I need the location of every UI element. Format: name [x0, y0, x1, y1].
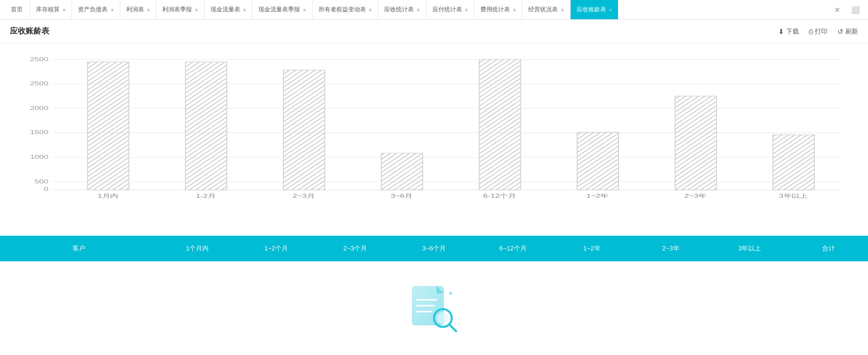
svg-text:0: 0: [44, 186, 48, 192]
svg-point-29: [437, 312, 449, 324]
header-actions: ⬇ 下载 ⎙ 打印 ↺ 刷新: [778, 27, 858, 36]
bar-1month: [87, 62, 129, 190]
bar-6-12month: [479, 59, 521, 190]
bar-2-3month: [284, 70, 325, 190]
close-tab-ar-stat[interactable]: ×: [417, 7, 420, 13]
header-3-6month: 3~6个月: [395, 244, 473, 253]
bar-chart: 2500 2500 2000 1500 1000 500 0 1月内 1-2月: [20, 53, 848, 201]
print-button[interactable]: ⎙ 打印: [809, 27, 828, 36]
header-6-12month: 6~12个月: [473, 244, 552, 253]
svg-text:2~3年: 2~3年: [685, 192, 707, 199]
tab-cashflow-q[interactable]: 现金流量表季报 ×: [253, 0, 312, 20]
svg-text:500: 500: [35, 178, 48, 184]
header-3plus-year: 3年以上: [710, 244, 789, 253]
svg-text:3年以上: 3年以上: [779, 192, 808, 199]
tab-ap-stat[interactable]: 应付统计表 ×: [427, 0, 474, 20]
tab-home[interactable]: 首页: [4, 0, 30, 20]
tab-expense[interactable]: 费用统计表 ×: [474, 0, 522, 20]
tab-profit[interactable]: 利润表 ×: [120, 0, 156, 20]
tab-balance[interactable]: 资产负债表 ×: [72, 0, 120, 20]
refresh-icon: ↺: [837, 28, 843, 36]
close-tab-ar-aging[interactable]: ×: [609, 7, 612, 13]
svg-text:✦: ✦: [448, 289, 454, 297]
tab-equity[interactable]: 所有者权益变动表 ×: [313, 0, 378, 20]
print-label: 打印: [815, 27, 828, 36]
page-header: 应收账龄表 ⬇ 下载 ⎙ 打印 ↺ 刷新: [0, 20, 868, 43]
header-customer: 客户: [0, 244, 158, 253]
svg-line-30: [449, 324, 456, 331]
refresh-button[interactable]: ↺ 刷新: [837, 27, 858, 36]
svg-text:1-2月: 1-2月: [196, 192, 216, 199]
page-title: 应收账龄表: [10, 26, 49, 36]
chart-area: 2500 2500 2000 1500 1000 500 0 1月内 1-2月: [0, 43, 868, 236]
refresh-label: 刷新: [845, 27, 858, 36]
svg-text:6-12个月: 6-12个月: [483, 192, 516, 199]
svg-text:1月内: 1月内: [98, 192, 118, 199]
bar-2-3year: [675, 96, 717, 190]
close-tab-operation[interactable]: ×: [561, 7, 564, 13]
bar-3-6month: [381, 153, 423, 190]
empty-icon: ✦: [404, 281, 464, 335]
bar-1-2year: [577, 132, 618, 190]
tab-cashflow[interactable]: 现金流量表 ×: [205, 0, 253, 20]
download-button[interactable]: ⬇ 下载: [778, 27, 799, 36]
header-1-2month: 1~2个月: [237, 244, 316, 253]
close-tab-equity[interactable]: ×: [369, 7, 372, 13]
tab-profit-q[interactable]: 利润表季报 ×: [156, 0, 204, 20]
tab-ar-stat[interactable]: 应收统计表 ×: [378, 0, 426, 20]
svg-text:1~2年: 1~2年: [586, 192, 609, 199]
svg-text:1500: 1500: [30, 129, 48, 136]
tab-inventory[interactable]: 库存核算 ×: [30, 0, 72, 20]
close-tab-expense[interactable]: ×: [513, 7, 516, 13]
header-total: 合计: [789, 244, 868, 253]
svg-text:1000: 1000: [30, 154, 48, 160]
header-2-3month: 2~3个月: [316, 244, 395, 253]
tab-ar-aging[interactable]: 应收账龄表 ×: [571, 0, 618, 20]
close-tab-cashflow[interactable]: ×: [243, 7, 246, 13]
header-2-3year: 2~3年: [631, 244, 710, 253]
svg-text:3~6月: 3~6月: [391, 192, 413, 199]
close-tab-ap-stat[interactable]: ×: [465, 7, 468, 13]
tab-bar: 首页 库存核算 × 资产负债表 × 利润表 × 利润表季报 × 现金流量表 × …: [0, 0, 868, 20]
download-label: 下载: [786, 27, 799, 36]
bar-3plus-year: [773, 135, 814, 190]
main-content: 2500 2500 2000 1500 1000 500 0 1月内 1-2月: [0, 43, 868, 355]
svg-text:2000: 2000: [30, 105, 48, 111]
close-tab-balance[interactable]: ×: [110, 7, 113, 13]
close-tab-cashflow-q[interactable]: ×: [303, 7, 306, 13]
bar-1-2month: [185, 62, 227, 190]
close-tab-profit-q[interactable]: ×: [195, 7, 198, 13]
close-tab-inventory[interactable]: ×: [63, 7, 66, 13]
download-icon: ⬇: [778, 28, 784, 36]
svg-text:2~3月: 2~3月: [292, 192, 315, 199]
svg-text:2500: 2500: [30, 80, 48, 87]
table-header: 客户 1个月内 1~2个月 2~3个月 3~6个月 6~12个月 1~2年 2~…: [0, 236, 868, 261]
empty-state: ✦: [0, 261, 868, 337]
header-1month: 1个月内: [158, 244, 237, 253]
tab-operation[interactable]: 经营状况表 ×: [522, 0, 570, 20]
print-icon: ⎙: [809, 28, 813, 36]
empty-illustration: ✦: [404, 281, 464, 337]
window-close-button[interactable]: ✕: [831, 3, 844, 17]
header-1-2year: 1~2年: [552, 244, 631, 253]
close-tab-profit[interactable]: ×: [147, 7, 150, 13]
svg-text:2500: 2500: [30, 56, 48, 62]
window-maximize-button[interactable]: ⬜: [848, 3, 862, 17]
tab-bar-actions: ✕ ⬜: [831, 3, 864, 17]
